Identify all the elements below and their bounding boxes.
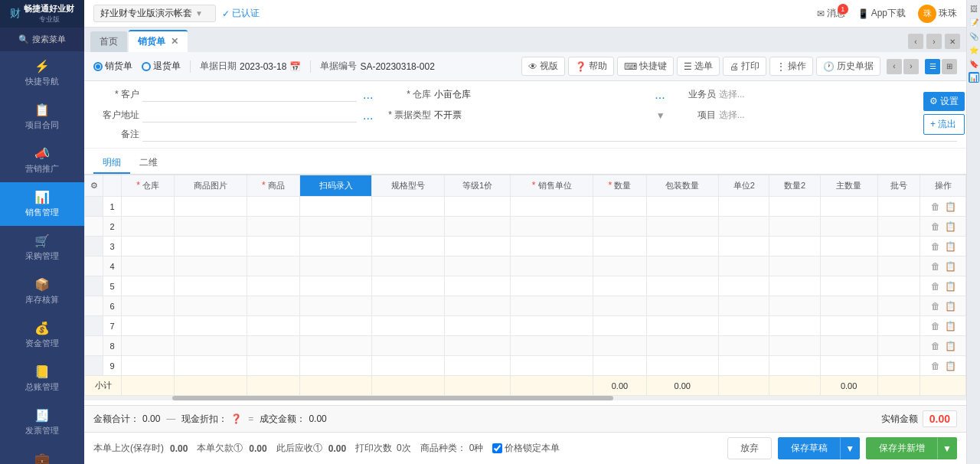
cell-2-2[interactable] bbox=[247, 217, 299, 237]
cell-7-7[interactable] bbox=[593, 316, 646, 336]
cell-8-5[interactable] bbox=[445, 336, 511, 356]
cell-2-10[interactable] bbox=[769, 217, 820, 237]
warehouse-dots-btn[interactable]: ... bbox=[655, 89, 665, 101]
cell-9-4[interactable] bbox=[372, 356, 445, 376]
cell-1-1[interactable] bbox=[175, 197, 247, 217]
cell-3-0[interactable] bbox=[122, 237, 175, 257]
copy-icon-8[interactable]: 📋 bbox=[944, 340, 956, 352]
cell-1-8[interactable] bbox=[646, 197, 719, 217]
sidebar-item-quick-nav[interactable]: ⚡ 快捷导航 bbox=[0, 51, 84, 95]
cell-8-7[interactable] bbox=[593, 336, 646, 356]
sidebar-search[interactable]: 🔍 搜索菜单 bbox=[0, 28, 84, 51]
cell-1-3[interactable] bbox=[299, 197, 372, 217]
cell-3-11[interactable] bbox=[820, 237, 877, 257]
cell-2-0[interactable] bbox=[122, 217, 175, 237]
app-download-btn[interactable]: 📱 App下载 bbox=[858, 7, 906, 20]
cell-6-11[interactable] bbox=[820, 296, 877, 316]
delete-icon-6[interactable]: 🗑 bbox=[929, 300, 942, 312]
cell-6-8[interactable] bbox=[646, 296, 719, 316]
cell-4-10[interactable] bbox=[769, 257, 820, 276]
radio-return[interactable]: 退货单 bbox=[142, 60, 181, 73]
copy-icon-6[interactable]: 📋 bbox=[944, 300, 956, 312]
copy-icon-7[interactable]: 📋 bbox=[944, 320, 956, 332]
cell-1-9[interactable] bbox=[719, 197, 769, 217]
cell-4-8[interactable] bbox=[646, 257, 719, 276]
discard-btn[interactable]: 放弃 bbox=[727, 437, 772, 459]
cell-4-5[interactable] bbox=[445, 257, 511, 276]
cell-6-1[interactable] bbox=[175, 296, 247, 316]
cell-6-9[interactable] bbox=[719, 296, 769, 316]
history-btn[interactable]: 🕐 历史单据 bbox=[816, 57, 880, 76]
cell-9-6[interactable] bbox=[510, 356, 593, 376]
cell-8-10[interactable] bbox=[769, 336, 820, 356]
tab-next-btn[interactable]: › bbox=[926, 34, 942, 49]
sidebar-item-inventory[interactable]: 📦 库存核算 bbox=[0, 270, 84, 313]
cell-5-4[interactable] bbox=[372, 276, 445, 296]
cell-6-0[interactable] bbox=[122, 296, 175, 316]
cell-9-0[interactable] bbox=[122, 356, 175, 376]
tab-sales-order[interactable]: 销货单 ✕ bbox=[129, 30, 188, 52]
cell-3-10[interactable] bbox=[769, 237, 820, 257]
horizontal-scrollbar[interactable] bbox=[84, 396, 966, 400]
cell-7-11[interactable] bbox=[820, 316, 877, 336]
cell-2-8[interactable] bbox=[646, 217, 719, 237]
cell-2-11[interactable] bbox=[820, 217, 877, 237]
company-selector[interactable]: 好业财专业版演示帐套 ▼ bbox=[93, 5, 216, 22]
cell-4-4[interactable] bbox=[372, 257, 445, 276]
cell-3-12[interactable] bbox=[877, 237, 920, 257]
shortcut-btn[interactable]: ⌨ 快捷键 bbox=[617, 57, 674, 76]
cell-9-5[interactable] bbox=[445, 356, 511, 376]
save-draft-btn[interactable]: 保存草稿 bbox=[778, 437, 840, 459]
cell-7-5[interactable] bbox=[445, 316, 511, 336]
cell-8-11[interactable] bbox=[820, 336, 877, 356]
cell-7-9[interactable] bbox=[719, 316, 769, 336]
copy-icon-2[interactable]: 📋 bbox=[944, 221, 956, 233]
nav-prev-btn[interactable]: ‹ bbox=[887, 59, 902, 74]
calendar-icon[interactable]: 📅 bbox=[289, 61, 301, 72]
tab-home[interactable]: 首页 bbox=[90, 31, 127, 52]
cell-3-6[interactable] bbox=[510, 237, 593, 257]
delete-icon-2[interactable]: 🗑 bbox=[929, 221, 942, 233]
cell-2-12[interactable] bbox=[877, 217, 920, 237]
print-btn[interactable]: 🖨 打印 bbox=[723, 57, 766, 76]
cell-4-0[interactable] bbox=[122, 257, 175, 276]
cell-8-4[interactable] bbox=[372, 336, 445, 356]
sidebar-item-marketing[interactable]: 📣 营销推广 bbox=[0, 139, 84, 182]
cell-1-10[interactable] bbox=[769, 197, 820, 217]
invoice-dropdown-icon[interactable]: ▼ bbox=[656, 110, 665, 121]
address-input[interactable] bbox=[142, 108, 357, 123]
radio-sales[interactable]: 销货单 bbox=[93, 60, 132, 73]
layout-grid-btn[interactable]: ⊞ bbox=[942, 59, 957, 74]
cell-2-6[interactable] bbox=[510, 217, 593, 237]
view-btn[interactable]: 👁 视版 bbox=[521, 57, 565, 76]
settings-btn[interactable]: ⚙ 设置 bbox=[923, 92, 965, 111]
cell-4-6[interactable] bbox=[510, 257, 593, 276]
sidebar-item-accounting[interactable]: 📒 总账管理 bbox=[0, 357, 84, 400]
delete-icon-5[interactable]: 🗑 bbox=[929, 280, 942, 292]
cell-3-9[interactable] bbox=[719, 237, 769, 257]
address-dots-btn[interactable]: ... bbox=[363, 109, 373, 122]
save-new-btn[interactable]: 保存并新增 bbox=[866, 437, 937, 459]
copy-icon-1[interactable]: 📋 bbox=[944, 201, 956, 213]
cell-8-8[interactable] bbox=[646, 336, 719, 356]
add-flow-btn[interactable]: + 流出 bbox=[923, 114, 965, 135]
sidebar-item-invoice[interactable]: 🧾 发票管理 bbox=[0, 400, 84, 444]
cell-8-3[interactable] bbox=[299, 336, 372, 356]
cell-8-6[interactable] bbox=[510, 336, 593, 356]
cell-8-1[interactable] bbox=[175, 336, 247, 356]
select-btn[interactable]: ☰ 选单 bbox=[677, 57, 720, 76]
cell-9-9[interactable] bbox=[719, 356, 769, 376]
cell-8-9[interactable] bbox=[719, 336, 769, 356]
tab-close-icon[interactable]: ✕ bbox=[171, 36, 178, 47]
cell-1-6[interactable] bbox=[510, 197, 593, 217]
cell-4-1[interactable] bbox=[175, 257, 247, 276]
cell-9-8[interactable] bbox=[646, 356, 719, 376]
cell-5-12[interactable] bbox=[877, 276, 920, 296]
delete-icon-8[interactable]: 🗑 bbox=[929, 340, 942, 352]
cell-5-8[interactable] bbox=[646, 276, 719, 296]
tab-detail[interactable]: 明细 bbox=[93, 153, 130, 174]
tab-2d[interactable]: 二维 bbox=[130, 153, 167, 174]
cell-9-10[interactable] bbox=[769, 356, 820, 376]
customer-dots-btn[interactable]: ... bbox=[363, 89, 373, 101]
layout-list-btn[interactable]: ☰ bbox=[925, 59, 940, 74]
